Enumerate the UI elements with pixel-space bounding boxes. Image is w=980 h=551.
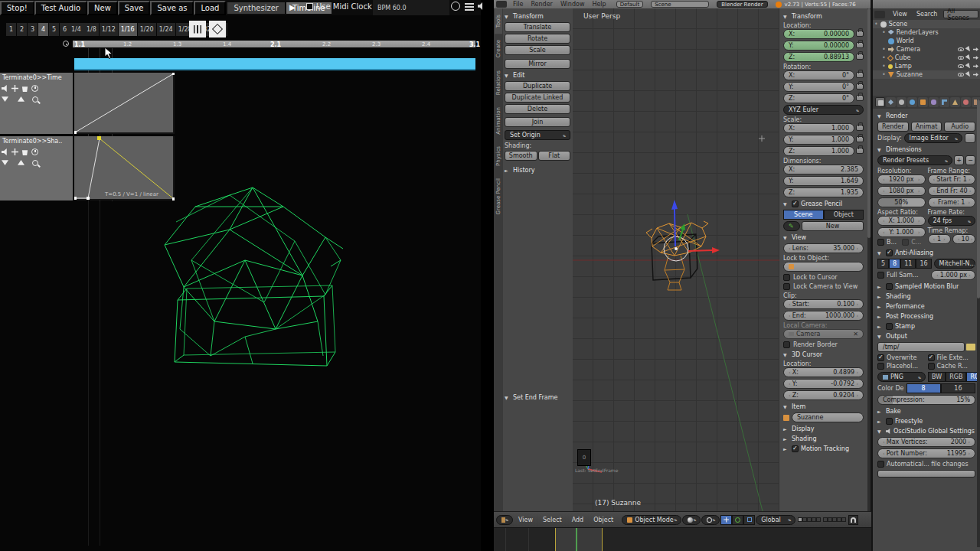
grease-pencil-checkbox[interactable] bbox=[792, 201, 799, 207]
display-screen-button[interactable] bbox=[965, 133, 975, 143]
aa-samples-16[interactable]: 16 bbox=[916, 259, 931, 269]
rotation-mode-dropdown[interactable]: XYZ Euler bbox=[783, 105, 864, 115]
file-format-dropdown[interactable]: PNG bbox=[877, 372, 926, 382]
snap-number-1[interactable]: 1 bbox=[6, 23, 16, 36]
layer-grid[interactable] bbox=[798, 517, 846, 522]
panel-arrow-icon[interactable] bbox=[505, 395, 511, 400]
duplicate-button[interactable]: Duplicate bbox=[505, 81, 570, 91]
timeline-clip-bar[interactable] bbox=[74, 58, 475, 70]
gp-object-button[interactable]: Object bbox=[824, 210, 864, 220]
aspect-y-field[interactable]: Y: 1.000 bbox=[877, 227, 926, 237]
aspect-x-field[interactable]: X: 1.000 bbox=[877, 216, 926, 226]
manipulator-rotate-icon[interactable] bbox=[732, 515, 743, 525]
overwrite-checkbox[interactable] bbox=[877, 354, 884, 361]
folder-icon[interactable] bbox=[966, 344, 975, 350]
cache-result-checkbox[interactable] bbox=[928, 363, 935, 370]
panel-arrow-icon[interactable] bbox=[783, 404, 789, 409]
rotation-y-field[interactable]: Y:0° bbox=[783, 82, 854, 92]
mute-icon[interactable] bbox=[2, 148, 8, 155]
lock-icon[interactable] bbox=[856, 136, 864, 142]
aa-samples-8[interactable]: 8 bbox=[889, 259, 900, 269]
motion-blur-checkbox[interactable] bbox=[886, 283, 893, 290]
color-rgb-button[interactable]: RGB bbox=[946, 372, 966, 382]
outliner-filter-dropdown[interactable]: All Scenes bbox=[943, 10, 978, 18]
remap-old-field[interactable]: 1 bbox=[928, 234, 951, 244]
lock-icon[interactable] bbox=[856, 95, 864, 101]
display-dropdown[interactable]: Image Editor bbox=[904, 133, 962, 143]
color-bw-button[interactable]: BW bbox=[928, 372, 946, 382]
rotation-x-field[interactable]: X:0° bbox=[783, 70, 854, 80]
tab-material-icon[interactable] bbox=[961, 97, 971, 107]
duplicate-linked-button[interactable]: Duplicate Linked bbox=[505, 93, 570, 103]
gp-new-button[interactable]: New bbox=[802, 221, 864, 231]
timeline-editor-sliver[interactable] bbox=[494, 527, 871, 551]
move-track-icon[interactable] bbox=[11, 148, 18, 155]
location-x-field[interactable]: X:0.00000 bbox=[783, 29, 854, 39]
track-curve-time[interactable] bbox=[74, 73, 175, 134]
eye-icon[interactable] bbox=[958, 73, 964, 77]
border-checkbox[interactable] bbox=[877, 239, 884, 246]
eye-icon[interactable] bbox=[958, 64, 964, 68]
clock-icon[interactable] bbox=[451, 2, 460, 11]
panel-arrow-icon[interactable] bbox=[877, 419, 884, 424]
panel-arrow-icon[interactable] bbox=[877, 409, 884, 414]
panel-arrow-icon[interactable] bbox=[877, 284, 884, 289]
lock-icon[interactable] bbox=[856, 83, 864, 90]
tab-synthesizer[interactable]: Synthesizer bbox=[227, 2, 285, 14]
tab-scene-icon[interactable] bbox=[897, 97, 906, 107]
collapse-icon[interactable] bbox=[2, 96, 8, 103]
panel-arrow-icon[interactable] bbox=[783, 14, 789, 19]
placeholders-checkbox[interactable] bbox=[877, 363, 884, 370]
scale-y-field[interactable]: Y:1.000 bbox=[783, 135, 854, 145]
panel-arrow-icon[interactable] bbox=[877, 324, 884, 329]
menu-help[interactable]: Help bbox=[588, 1, 609, 8]
select-menu[interactable]: Select bbox=[538, 517, 567, 523]
outliner-row-lamp[interactable]: •Lamp bbox=[873, 62, 980, 70]
delete-button[interactable]: Delete bbox=[505, 104, 570, 114]
preset-remove-button[interactable]: − bbox=[965, 155, 975, 165]
resolution-y-field[interactable]: 1080 px bbox=[877, 186, 926, 196]
panel-arrow-icon[interactable] bbox=[783, 426, 789, 432]
depth-16-button[interactable]: 16 bbox=[941, 383, 975, 393]
mode-dropdown[interactable]: Object Mode bbox=[622, 515, 681, 525]
panel-arrow-icon[interactable] bbox=[877, 250, 884, 256]
outliner-row-renderlayers[interactable]: •RenderLayers bbox=[873, 28, 980, 37]
location-z-field[interactable]: Z:0.88913 bbox=[783, 52, 854, 62]
outliner-row-world[interactable]: •World bbox=[873, 37, 980, 45]
keyframe-point[interactable] bbox=[172, 73, 175, 75]
add-menu[interactable]: Add bbox=[567, 517, 589, 523]
properties-scrollbar[interactable] bbox=[977, 99, 980, 547]
screen-layout-selector[interactable]: Default bbox=[616, 1, 644, 8]
tab-modifiers-icon[interactable] bbox=[939, 97, 949, 107]
bpm-field[interactable]: BPM 60.0 bbox=[373, 0, 449, 15]
selectable-icon[interactable] bbox=[965, 63, 972, 70]
mute-icon[interactable] bbox=[2, 85, 8, 92]
snap-1-16[interactable]: 1/16 bbox=[119, 23, 137, 36]
editor-type-icon[interactable] bbox=[496, 515, 513, 525]
aa-samples-5[interactable]: 5 bbox=[877, 259, 889, 269]
menu-render[interactable]: Render bbox=[527, 1, 556, 8]
max-vertices-field[interactable]: Max Vertices:2000 bbox=[877, 437, 975, 447]
lock-icon[interactable] bbox=[856, 72, 864, 78]
render-presets-dropdown[interactable]: Render Presets bbox=[877, 155, 952, 165]
port-number-field[interactable]: Port Number:11995 bbox=[877, 448, 975, 458]
fps-dropdown[interactable]: 24 fps bbox=[928, 216, 976, 226]
render-restrict-icon[interactable] bbox=[973, 73, 978, 77]
snap-number-2[interactable]: 2 bbox=[17, 23, 27, 36]
snap-magnet-icon[interactable] bbox=[848, 515, 858, 525]
aa-samples-11[interactable]: 11 bbox=[900, 259, 916, 269]
outliner-row-suzanne[interactable]: •Suzanne bbox=[873, 70, 980, 79]
collapse-icon[interactable] bbox=[2, 159, 8, 166]
scale-x-field[interactable]: X:1.000 bbox=[783, 123, 854, 133]
keyframe-point[interactable] bbox=[74, 197, 77, 200]
cursor-z-field[interactable]: Z:0.9204 bbox=[783, 390, 864, 400]
panel-arrow-icon[interactable] bbox=[505, 168, 511, 173]
lock-icon[interactable] bbox=[856, 31, 864, 37]
render-restrict-icon[interactable] bbox=[973, 47, 978, 51]
shelf-tab-grease-pencil[interactable]: Grease Pencil bbox=[495, 172, 502, 220]
outliner-row-scene[interactable]: •Scene bbox=[873, 20, 980, 28]
loop-icon[interactable] bbox=[63, 41, 69, 47]
mirror-button[interactable]: Mirror bbox=[505, 59, 570, 69]
grid-icon[interactable] bbox=[189, 21, 206, 37]
snap-number-5[interactable]: 5 bbox=[49, 23, 59, 36]
